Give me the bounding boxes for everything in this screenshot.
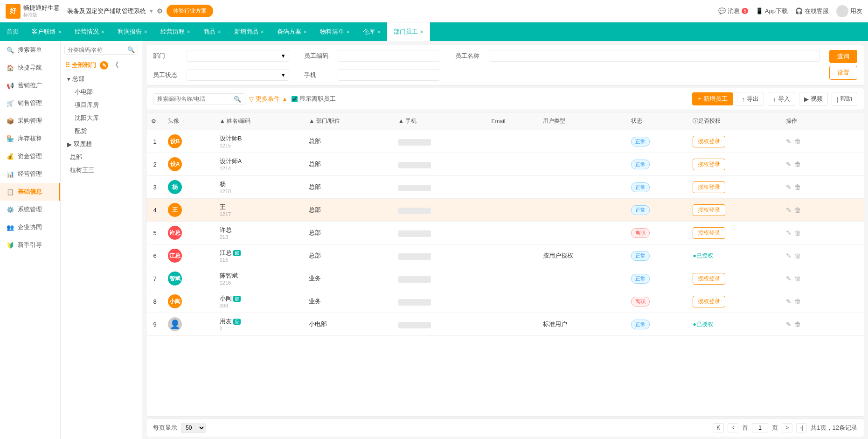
more-filter-button[interactable]: ▽ 更多条件 ▲	[249, 95, 288, 103]
close-icon[interactable]: ✕	[187, 29, 190, 35]
col-gear[interactable]: ⚙	[146, 112, 163, 130]
tab-goods[interactable]: 商品 ✕	[197, 22, 228, 41]
tab-home[interactable]: 首页	[0, 22, 25, 41]
view-button[interactable]: ▶ 视频	[799, 92, 828, 106]
tab-profit[interactable]: 利润报告 ✕	[111, 22, 154, 41]
close-icon[interactable]: ✕	[260, 29, 264, 35]
close-icon[interactable]: ✕	[144, 29, 147, 35]
dept-edit-icon[interactable]: ✎	[100, 61, 108, 70]
col-name[interactable]: ▲ 姓名/编码	[215, 112, 305, 130]
phone-input[interactable]	[338, 69, 440, 81]
dept-group-shuanglux[interactable]: ▶ 双鹿想	[61, 138, 142, 151]
tab-warehouse[interactable]: 仓库 ✕	[356, 22, 387, 41]
tab-dept-employee[interactable]: 部门员工 ✕	[387, 22, 430, 41]
col-phone[interactable]: ▲ 手机	[394, 112, 486, 130]
delete-button[interactable]: 🗑	[794, 160, 801, 168]
sidebar-item-collab[interactable]: 👥 企业协同	[0, 218, 60, 236]
help-button[interactable]: | 帮助	[832, 92, 857, 106]
sidebar-item-purchase[interactable]: 📦 采购管理	[0, 112, 60, 130]
edit-button[interactable]: ✎	[786, 206, 792, 214]
dept-filter-select[interactable]: ▾	[187, 50, 289, 62]
auth-login-button[interactable]: 授权登录	[693, 204, 725, 216]
col-dept[interactable]: ▲ 部门/职位	[304, 112, 394, 130]
tab-customer[interactable]: 客户联络 ✕	[25, 22, 68, 41]
emp-name-input[interactable]	[489, 50, 820, 62]
dept-search-icon[interactable]: 🔍	[127, 46, 135, 53]
dept-search-input[interactable]	[68, 47, 125, 53]
sidebar-item-management[interactable]: 📊 经营管理	[0, 165, 60, 183]
sidebar-item-sales[interactable]: 🛒 销售管理	[0, 94, 60, 112]
sidebar-item-search[interactable]: 🔍 搜索菜单	[0, 41, 60, 59]
tab-operations[interactable]: 经营情况 ✕	[68, 22, 111, 41]
col-auth[interactable]: ⓘ是否授权	[688, 112, 781, 130]
auth-login-button[interactable]: 授权登录	[693, 181, 725, 193]
first-page-button[interactable]: K	[713, 423, 724, 432]
delete-button[interactable]: 🗑	[794, 229, 801, 237]
dept-item-shenyang[interactable]: 沈阳大库	[61, 111, 142, 125]
auth-login-button[interactable]: 授权登录	[693, 227, 725, 239]
close-icon[interactable]: ✕	[58, 29, 62, 35]
emp-status-select[interactable]: ▾	[187, 69, 289, 81]
show-resigned-checkbox[interactable]: 显示离职员工	[292, 95, 336, 103]
edit-button[interactable]: ✎	[786, 138, 792, 145]
edit-button[interactable]: ✎	[786, 183, 792, 191]
add-employee-button[interactable]: + 新增员工	[692, 92, 733, 105]
edit-button[interactable]: ✎	[786, 160, 792, 168]
sidebar-item-inventory[interactable]: 🏪 库存核算	[0, 130, 60, 147]
sidebar-item-guide[interactable]: 🔰 新手引导	[0, 236, 60, 254]
auth-login-button[interactable]: 授权登录	[693, 159, 725, 170]
auth-login-button[interactable]: 授权登录	[693, 296, 725, 307]
edit-button[interactable]: ✎	[786, 229, 792, 237]
prev-page-button[interactable]: <	[728, 423, 738, 432]
tab-new-goods[interactable]: 新增商品 ✕	[228, 22, 271, 41]
dept-group-zongbu[interactable]: ▾ 总部	[61, 72, 142, 85]
delete-button[interactable]: 🗑	[794, 252, 801, 259]
close-icon[interactable]: ✕	[420, 29, 424, 35]
dept-item-peihuo[interactable]: 配货	[61, 125, 142, 138]
dept-collapse-icon[interactable]: 《	[112, 61, 118, 70]
edit-button[interactable]: ✎	[786, 252, 792, 259]
dropdown-icon[interactable]: ▾	[150, 7, 153, 14]
sidebar-item-marketing[interactable]: 📢 营销推广	[0, 77, 60, 94]
delete-button[interactable]: 🗑	[794, 183, 801, 191]
gear-icon[interactable]: ⚙	[157, 7, 163, 15]
emp-code-input[interactable]	[338, 50, 440, 62]
dept-item-zongbu2[interactable]: 总部	[61, 151, 142, 164]
delete-button[interactable]: 🗑	[794, 321, 801, 328]
messages-button[interactable]: 💬 消息 5	[718, 7, 748, 15]
trial-button[interactable]: 体验行业方案	[167, 5, 213, 17]
per-page-select[interactable]: 50 20 100	[181, 423, 206, 433]
set-button[interactable]: 设置	[829, 66, 857, 80]
online-service-button[interactable]: 🎧 在线客服	[795, 7, 829, 15]
resigned-checkbox-input[interactable]	[292, 96, 298, 102]
tab-history[interactable]: 经营历程 ✕	[154, 22, 197, 41]
delete-button[interactable]: 🗑	[794, 206, 801, 214]
dept-item-xiaodianu[interactable]: 小电部	[61, 85, 142, 98]
sidebar-item-system[interactable]: ⚙️ 系统管理	[0, 201, 60, 218]
app-download-button[interactable]: 📱 App下载	[756, 7, 788, 15]
toolbar-search-input[interactable]	[157, 96, 232, 102]
sidebar-item-basic-info[interactable]: 📋 基础信息	[0, 183, 60, 201]
dept-item-zhishu[interactable]: 植树王三	[61, 164, 142, 177]
edit-button[interactable]: ✎	[786, 275, 792, 282]
close-icon[interactable]: ✕	[217, 29, 221, 35]
sidebar-item-shortcut[interactable]: 🏠 快捷导航	[0, 59, 60, 77]
edit-button[interactable]: ✎	[786, 298, 792, 305]
delete-button[interactable]: 🗑	[794, 138, 801, 145]
tab-barcode[interactable]: 条码方案 ✕	[271, 22, 313, 41]
export-button[interactable]: ↑ 导出	[737, 92, 764, 106]
toolbar-search-icon[interactable]: 🔍	[234, 96, 241, 103]
close-icon[interactable]: ✕	[303, 29, 307, 35]
close-icon[interactable]: ✕	[101, 29, 104, 35]
next-page-button[interactable]: >	[782, 423, 792, 432]
page-number-input[interactable]	[752, 423, 768, 432]
tab-bom[interactable]: 物料清单 ✕	[313, 22, 356, 41]
auth-login-button[interactable]: 授权登录	[693, 136, 725, 147]
dept-item-project[interactable]: 项目库房	[61, 98, 142, 111]
close-icon[interactable]: ✕	[377, 29, 381, 35]
close-icon[interactable]: ✕	[346, 29, 350, 35]
auth-login-button[interactable]: 授权登录	[693, 273, 725, 285]
user-avatar[interactable]: 用友	[836, 5, 862, 17]
sidebar-item-finance[interactable]: 💰 资金管理	[0, 147, 60, 165]
import-button[interactable]: ↓ 导入	[768, 92, 795, 106]
